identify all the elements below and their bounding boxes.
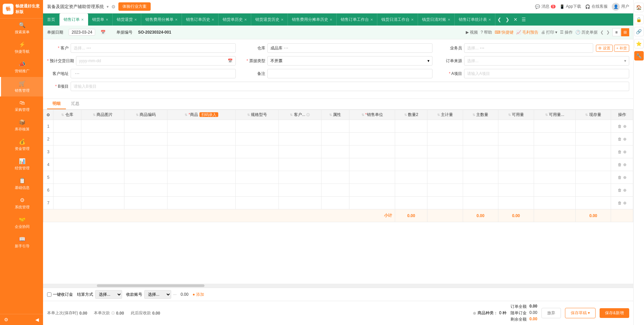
cell-code[interactable]: [124, 146, 167, 158]
delete-icon[interactable]: 🗑: [618, 137, 622, 141]
cell-main-qty[interactable]: [463, 146, 498, 158]
save-new-btn[interactable]: 保存&新增: [600, 308, 629, 318]
list-view-btn[interactable]: ≡: [612, 28, 620, 36]
scroll-thumb[interactable]: [97, 284, 204, 287]
scroll-track[interactable]: [43, 284, 633, 288]
trial-btn[interactable]: 体验行业方案: [118, 2, 151, 11]
copy-icon[interactable]: ⊕: [623, 124, 627, 129]
tab-return[interactable]: 销货退货 ✕: [113, 13, 141, 26]
operate-action[interactable]: ☰ 操作: [560, 30, 573, 35]
cell-stock[interactable]: [575, 133, 611, 146]
sidebar-item-system[interactable]: ⚙ 系统管理: [0, 194, 43, 213]
cell-warehouse[interactable]: [53, 197, 81, 209]
print-action[interactable]: 🖨 打印 ▾: [541, 30, 557, 35]
cell-spec[interactable]: [235, 146, 278, 158]
delete-icon[interactable]: 🗑: [618, 124, 622, 129]
cell-warehouse[interactable]: [53, 146, 81, 158]
tab-close-icon[interactable]: ✕: [244, 18, 247, 22]
cell-main-qty[interactable]: [463, 133, 498, 146]
cell-unit[interactable]: [349, 184, 395, 197]
cell-attributes[interactable]: [321, 197, 349, 209]
notification-item[interactable]: 💬 消息 9: [535, 4, 556, 9]
customer-input[interactable]: 选择... ···: [71, 43, 236, 53]
cell-code[interactable]: [124, 171, 167, 184]
payment-method-select[interactable]: 选择...: [95, 290, 122, 299]
history-action[interactable]: 🕐 历史单据: [575, 30, 598, 35]
tab-close-icon[interactable]: ✕: [175, 18, 178, 22]
cell-qty2[interactable]: [395, 171, 427, 184]
cell-qty2[interactable]: [395, 133, 427, 146]
sidebar-item-finance[interactable]: 💰 资金管理: [0, 135, 43, 155]
view-action[interactable]: ▶ 视频: [466, 30, 478, 35]
cell-attributes[interactable]: [321, 158, 349, 171]
tab-menu-icon[interactable]: ☰: [520, 17, 528, 22]
tab-reconcile[interactable]: 钱货日清对账 ✕: [418, 13, 455, 26]
cell-warehouse[interactable]: [53, 171, 81, 184]
tab-slip-history[interactable]: 销货单历史 ✕: [219, 13, 251, 26]
a-project-input[interactable]: 请输入A项目: [464, 69, 629, 78]
cell-attributes[interactable]: [321, 120, 349, 133]
copy-icon[interactable]: ⊕: [623, 150, 627, 154]
cell-spec[interactable]: [235, 171, 278, 184]
cell-product[interactable]: [167, 120, 236, 133]
cell-main-qty[interactable]: [463, 171, 498, 184]
cell-product[interactable]: [167, 146, 236, 158]
cell-main-unit[interactable]: [427, 120, 463, 133]
cell-customer-code[interactable]: [278, 197, 321, 209]
discard-btn[interactable]: 放弃: [541, 308, 561, 318]
cell-available2[interactable]: [534, 158, 575, 171]
cell-product[interactable]: [167, 184, 236, 197]
sidebar-item-purchase[interactable]: 🛍 采购管理: [0, 96, 43, 116]
cell-available[interactable]: [498, 197, 534, 209]
app-download-item[interactable]: 📱 App下载: [560, 4, 581, 9]
date-value[interactable]: 2023-03-24: [69, 29, 95, 36]
cell-unit[interactable]: [349, 120, 395, 133]
tab-close-icon[interactable]: ✕: [134, 18, 137, 22]
cell-code[interactable]: [124, 197, 167, 209]
cell-main-unit[interactable]: [427, 158, 463, 171]
sidebar-item-sales[interactable]: 🛒 销售管理: [0, 77, 43, 96]
sidebar-item-search[interactable]: 🔍 搜索菜单: [0, 18, 43, 38]
copy-icon[interactable]: ⊕: [623, 175, 627, 180]
cell-available[interactable]: [498, 171, 534, 184]
tab-close-icon[interactable]: ✕: [81, 18, 84, 22]
cell-main-qty[interactable]: [463, 197, 498, 209]
cell-available[interactable]: [498, 120, 534, 133]
account-select[interactable]: 选择...: [144, 290, 171, 299]
cell-unit[interactable]: [349, 133, 395, 146]
cell-warehouse[interactable]: [53, 184, 81, 197]
cell-code[interactable]: [124, 158, 167, 171]
delete-icon[interactable]: 🗑: [618, 201, 622, 205]
cell-main-unit[interactable]: [427, 171, 463, 184]
cell-code[interactable]: [124, 184, 167, 197]
cell-product[interactable]: [167, 171, 236, 184]
cell-product[interactable]: [167, 197, 236, 209]
cell-stock[interactable]: [575, 120, 611, 133]
calendar-icon[interactable]: 📅: [101, 30, 106, 35]
cell-available[interactable]: [498, 158, 534, 171]
add-btn[interactable]: ● 添加: [192, 292, 204, 297]
tab-close-icon[interactable]: ✕: [106, 18, 108, 22]
copy-icon[interactable]: ⊕: [623, 137, 627, 141]
invoice-select[interactable]: 不开票 ▾: [267, 56, 432, 66]
next-record-icon[interactable]: ❯: [606, 30, 610, 35]
cell-stock[interactable]: [575, 146, 611, 158]
cell-qty2[interactable]: [395, 197, 427, 209]
cell-qty2[interactable]: [395, 120, 427, 133]
sidebar-item-guide[interactable]: 📖 新手引导: [0, 233, 43, 252]
tab-sales-order[interactable]: 销售订单 ✕: [60, 13, 88, 26]
cell-code[interactable]: [124, 120, 167, 133]
tab-order-workbench[interactable]: 销售订单工作台 ✕: [337, 13, 377, 26]
cell-available[interactable]: [498, 184, 534, 197]
tab-close-icon[interactable]: ✕: [448, 18, 450, 22]
delete-icon[interactable]: 🗑: [618, 162, 622, 167]
online-support-item[interactable]: 🎧 在线客服: [585, 4, 608, 9]
col-settings[interactable]: ⚙: [43, 110, 53, 120]
right-panel-link-icon[interactable]: 🔗: [634, 27, 644, 36]
tab-daily-workbench[interactable]: 钱货日清工作台 ✕: [377, 13, 418, 26]
delete-icon[interactable]: 🗑: [618, 188, 622, 193]
cell-warehouse[interactable]: [53, 158, 81, 171]
cell-spec[interactable]: [235, 133, 278, 146]
tab-close-icon[interactable]: ✕: [370, 18, 373, 22]
save-draft-btn[interactable]: 保存草稿 ▾: [565, 308, 596, 318]
